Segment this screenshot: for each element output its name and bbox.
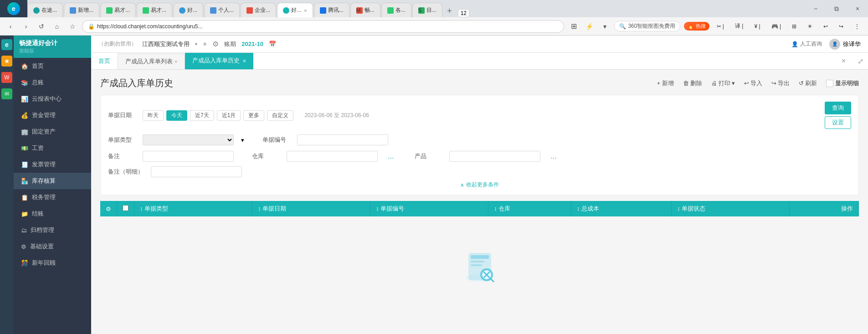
back-btn[interactable]: ‹	[5, 21, 16, 32]
tab-list-close[interactable]: ×	[175, 59, 177, 64]
tab-list-page[interactable]: 产成品入库单列表 ×	[118, 53, 185, 69]
sidebar-item-ledger[interactable]: 📚 总账	[14, 74, 91, 91]
sidebar-icon-star[interactable]: ★	[1, 56, 12, 67]
reload-btn[interactable]: ↺	[36, 21, 47, 32]
detail-remark-input[interactable]	[151, 166, 242, 177]
warehouse-ellipsis-btn[interactable]: ...	[385, 152, 396, 160]
date-btn-today[interactable]: 今天	[166, 110, 187, 121]
date-btn-7days[interactable]: 近7天	[190, 110, 214, 121]
sidebar-item-basic[interactable]: ⚙ 基础设置	[14, 238, 91, 255]
url-input[interactable]: 🔒 https://cloud.chanjet.com/accounting/u…	[82, 20, 564, 33]
sidebar-item-fund[interactable]: 💰 资金管理	[14, 107, 91, 123]
setting-btn[interactable]: 设置	[825, 116, 851, 129]
sidebar-item-settlement[interactable]: 📁 结账	[14, 206, 91, 222]
apps-btn[interactable]: ⊞	[788, 22, 800, 31]
show-detail-toggle[interactable]: 显示明细	[826, 79, 859, 87]
th-type[interactable]: ↕ 单据类型	[134, 201, 252, 216]
browser-tab[interactable]: 新增...	[64, 3, 99, 17]
refresh-btn[interactable]: ↺ 刷新	[795, 77, 821, 89]
import-btn[interactable]: ↩ 导入	[740, 77, 766, 89]
sidebar-item-tax[interactable]: 📋 税务管理	[14, 189, 91, 206]
search-area[interactable]: 🔍 360智能抠图免费用	[614, 21, 680, 31]
th-number[interactable]: ↕ 单据编号	[370, 201, 488, 216]
browser-tab[interactable]: 好...	[173, 3, 203, 17]
tab-close-active[interactable]: ×	[304, 8, 307, 13]
browser-tab-active[interactable]: 好... ×	[277, 3, 313, 17]
browser-tab[interactable]: S 目...	[412, 3, 442, 17]
app-launcher[interactable]: e	[0, 0, 27, 17]
th-status[interactable]: ↕ 单据状态	[672, 201, 790, 216]
delete-btn[interactable]: 🗑 删除	[679, 77, 706, 89]
calendar-icon[interactable]: 📅	[269, 41, 276, 47]
th-checkbox[interactable]	[117, 201, 134, 216]
undo-btn[interactable]: ↩	[820, 22, 832, 31]
scissors-icon[interactable]: ✂ |	[713, 22, 728, 31]
bookmark-btn[interactable]: ☆	[67, 21, 78, 32]
tab-history-close[interactable]: ×	[242, 57, 246, 64]
sidebar-item-more[interactable]: 🎊 新年回顾	[14, 255, 91, 271]
sidebar-item-home[interactable]: 🏠 首页	[14, 58, 91, 74]
tab-history-page[interactable]: 产成品入库单历史 ×	[185, 53, 253, 69]
add-company-btn[interactable]: +	[203, 40, 207, 48]
export-btn[interactable]: ↪ 导出	[768, 77, 793, 89]
window-close[interactable]: ×	[847, 0, 868, 17]
window-minimize[interactable]: −	[805, 0, 826, 17]
sidebar-icon-weibo[interactable]: W	[1, 72, 12, 83]
browser-tab[interactable]: 企业...	[241, 3, 276, 17]
th-warehouse[interactable]: ↕ 仓库	[488, 201, 571, 216]
date-btn-yesterday[interactable]: 昨天	[143, 110, 164, 121]
user-avatar[interactable]: 👤 徐译华	[829, 39, 861, 50]
forward-btn[interactable]: ›	[20, 21, 32, 32]
remark-filter-input[interactable]	[143, 151, 234, 162]
home-btn[interactable]: ⌂	[51, 21, 63, 32]
th-date[interactable]: ↕ 单据日期	[252, 201, 370, 216]
settings-gear-btn[interactable]: ⚙	[212, 40, 219, 48]
browser-tab[interactable]: 腾讯...	[314, 3, 349, 17]
settings-btn[interactable]: ⋮	[851, 22, 863, 31]
sidebar-icon-email[interactable]: ✉	[1, 88, 12, 99]
sidebar-item-payroll[interactable]: 💵 工资	[14, 140, 91, 156]
extensions-icon[interactable]: ⊞	[568, 21, 580, 32]
breadcrumb-home[interactable]: 首页	[98, 57, 110, 65]
window-maximize[interactable]: ⧉	[826, 0, 847, 17]
company-dropdown[interactable]: ▾	[195, 41, 197, 46]
select-all-checkbox[interactable]	[123, 205, 128, 211]
print-btn[interactable]: 🖨 打印 ▾	[708, 77, 739, 89]
th-total-cost[interactable]: ↕ 总成本	[571, 201, 671, 216]
panel-expand-btn[interactable]: ⤢	[853, 53, 868, 69]
show-detail-checkbox[interactable]	[826, 80, 833, 87]
translate-btn[interactable]: 译 |	[731, 21, 747, 31]
add-btn[interactable]: + 新增	[653, 77, 678, 89]
redo-btn[interactable]: ↪	[835, 22, 847, 31]
warehouse-filter-input[interactable]	[287, 151, 378, 162]
date-btn-custom[interactable]: 自定义	[267, 110, 293, 121]
product-filter-input[interactable]	[449, 151, 540, 162]
browser-tab[interactable]: 易才...	[137, 3, 172, 17]
sidebar-item-invoice[interactable]: 🧾 发票管理	[14, 156, 91, 173]
browser-tab[interactable]: 各...	[381, 3, 411, 17]
sidebar-item-inventory[interactable]: 🏪 库存核算	[14, 173, 91, 189]
yuan-btn[interactable]: ¥ |	[750, 22, 764, 31]
game-btn[interactable]: 🎮 |	[768, 22, 785, 31]
browser-tab[interactable]: 在途...	[27, 3, 63, 17]
brightness-btn[interactable]: ☀	[804, 22, 816, 31]
url-dropdown-btn[interactable]: ▾	[599, 21, 611, 32]
sidebar-item-fixed-assets[interactable]: 🏢 固定资产	[14, 123, 91, 140]
product-ellipsis-btn[interactable]: ...	[548, 152, 559, 160]
browser-tab[interactable]: 易才...	[100, 3, 136, 17]
sidebar-item-cloud-report[interactable]: 📊 云报表中心	[14, 91, 91, 107]
browser-tab[interactable]: M 畅...	[350, 3, 380, 17]
date-btn-more[interactable]: 更多	[243, 110, 264, 121]
new-tab-btn[interactable]: +	[443, 5, 456, 17]
user-service-btn[interactable]: 👤 人工咨询	[791, 40, 822, 48]
sidebar-item-archive[interactable]: 🗂 归档管理	[14, 222, 91, 238]
collapse-btn[interactable]: ∧ 收起更多条件	[108, 181, 851, 189]
type-filter-select[interactable]	[143, 134, 234, 145]
number-filter-input[interactable]	[297, 134, 388, 145]
lightning-icon[interactable]: ⚡	[583, 21, 595, 32]
panel-close-btn[interactable]: ×	[834, 53, 853, 69]
th-gear[interactable]: ⚙	[100, 201, 117, 216]
browser-tab[interactable]: 个人...	[204, 3, 240, 17]
query-btn[interactable]: 查询	[825, 102, 851, 114]
sidebar-icon-main[interactable]: e	[1, 39, 12, 50]
